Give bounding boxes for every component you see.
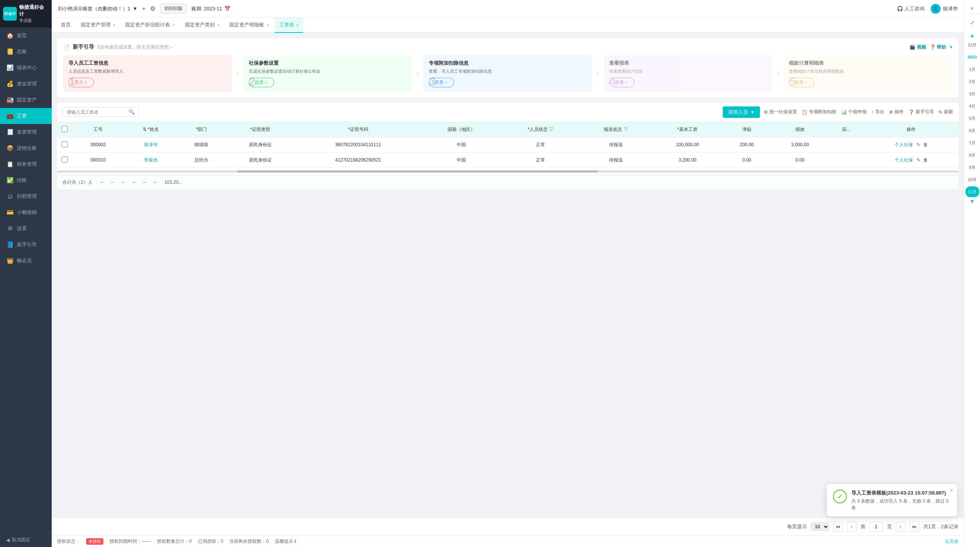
sidebar-item-tax[interactable]: 📋 税务管理 [0,156,52,172]
row2-delete-icon[interactable]: 🗑 [923,157,928,163]
sidebar-item-guide[interactable]: 📘 新手引导 [0,237,52,253]
per-page-select[interactable]: 10 20 50 [811,523,829,531]
tab-payroll[interactable]: 工资表 × [274,18,303,33]
toolbar-actions: ⚙ 统一社保设置 📋 专项附加扣除 📊 个税申报 ↑ 导出 [764,109,953,115]
tab-asset-detail-close[interactable]: × [266,23,269,27]
report-filter-icon[interactable]: ▽ [624,127,628,132]
row1-check[interactable] [62,141,68,147]
row1-edit-icon[interactable]: ✎ [916,142,920,147]
row2-check[interactable] [62,157,68,163]
account-settings-button[interactable]: ⚙ [150,5,155,12]
first-page-button[interactable]: ⏮ [833,522,843,532]
period-selector[interactable]: 账期 2023-11 📅 [191,5,230,12]
search-input[interactable] [67,109,126,115]
search-box[interactable]: 🔍 [62,107,139,117]
social-insurance-btn[interactable]: ⚙ 统一社保设置 [764,109,797,115]
tab-fixed-assets[interactable]: 固定资产管理 × [76,18,120,33]
step4-num: 4 [609,75,616,89]
horizontal-scrollbar[interactable] [57,170,959,173]
toast-success-icon: ✓ [833,490,847,503]
refresh-btn[interactable]: ↻ 刷新 [939,109,953,115]
row2-action-link[interactable]: 个人社保 [895,157,913,163]
month-jul[interactable]: 7月 [965,137,979,148]
guide-btn[interactable]: ❓ 新手引导 [908,109,934,115]
guide-close-btn[interactable]: × [950,44,952,50]
step2-desc: 完成社保参数设置自动计算社保公积金 [249,68,407,75]
sidebar-item-settlement[interactable]: ✅ 结账 [0,172,52,188]
summary-dash-4: -- [132,180,136,185]
export-btn[interactable]: ↑ 导出 [871,109,884,115]
guide-help-link[interactable]: ❓ 帮助 [930,44,946,51]
sidebar-item-ledger[interactable]: 📒 总账 [0,44,52,60]
row1-delete-icon[interactable]: 🗑 [923,142,928,147]
account-selector[interactable]: 刘小艳演示账套（勿删勿动！）1 ▼ [58,5,137,12]
tab-asset-detail[interactable]: 固定资产明细账 × [225,18,273,33]
row2-report-status: 待报送 [579,152,652,168]
unpin-button[interactable]: ◀ 取消固定 [0,532,52,547]
page-input[interactable] [869,522,883,532]
table-toolbar: 🔍 添加人员 ▼ ⚙ 统一社保设置 📋 专项附加扣除 [57,103,959,122]
month-aug[interactable]: 8月 [965,150,979,160]
switch-version-button[interactable]: 切到旧版 [160,4,187,13]
status-filter-icon[interactable]: ▽ [549,127,554,132]
tab-home[interactable]: 首页 [56,18,75,33]
add-person-button[interactable]: 添加人员 ▼ [723,106,760,118]
warning-icon[interactable]: ℹ [294,539,296,544]
nav-down-arrow[interactable]: ▼ [970,199,975,204]
sidebar-item-home[interactable]: 🏠 首页 [0,28,52,44]
sidebar-item-fixed-assets[interactable]: 🏭 固定资产 [0,92,52,108]
row2-edit-icon[interactable]: ✎ [916,157,920,163]
month-apr[interactable]: 4月 [965,101,979,111]
row2-dept: 总经办 [178,152,225,168]
panel-close-button[interactable]: × [964,3,980,14]
search-icon[interactable]: 🔍 [129,109,135,115]
topbar: 刘小艳演示账套（勿删勿动！）1 ▼ + ⚙ 切到旧版 账期 2023-11 📅 … [52,0,964,18]
month-jan[interactable]: 1月 [965,64,979,75]
prev-page-button[interactable]: ‹ [847,522,857,532]
avatar-icon: 👤 [933,6,938,11]
sidebar-item-member[interactable]: 👑 畅会员 [0,253,52,269]
next-page-button[interactable]: › [896,522,906,532]
tab-depreciation[interactable]: 固定资产折旧统计表 × [121,18,179,33]
sidebar-item-invoices[interactable]: 🧾 发票管理 [0,124,52,140]
user-menu[interactable]: 👤 徐泽华 [931,4,958,14]
recharge-button[interactable]: 去充值 [945,538,959,545]
month-mar[interactable]: 3月 [965,88,979,99]
month-nov[interactable]: 11月 [965,186,979,197]
year-2023[interactable]: 2023 [965,52,979,62]
sidebar-item-settings[interactable]: ⚙ 设置 [0,220,52,237]
check-all-checkbox[interactable] [62,126,68,132]
guide-video-link[interactable]: 🎬 视频 [910,44,926,51]
sidebar-item-reports[interactable]: 📊 报表中心 [0,60,52,76]
tab-asset-category[interactable]: 固定资产类别 × [180,18,224,33]
sidebar-item-funds[interactable]: 💰 资金管理 [0,76,52,92]
panel-maximize-button[interactable]: ⤢ [964,17,980,28]
tab-asset-category-close[interactable]: × [217,23,219,27]
row2-name[interactable]: 李俊杰 [124,152,178,168]
last-page-button[interactable]: ⏭ [910,522,920,532]
support-button[interactable]: 🎧 人工咨询 [897,5,924,12]
toast-close-button[interactable]: × [950,487,953,493]
month-jun[interactable]: 6月 [965,125,979,136]
add-account-button[interactable]: + [142,5,145,12]
operation-btn[interactable]: ⚙ 操作 [889,109,904,115]
month-may[interactable]: 5月 [965,113,979,124]
sidebar-item-expense[interactable]: 💳 小畅报销 [0,204,52,220]
tab-depreciation-close[interactable]: × [172,23,175,27]
month-sep[interactable]: 9月 [965,162,979,173]
col-performance: 绩效 [771,122,829,137]
sidebar-item-inventory[interactable]: 📦 进销台账 [0,140,52,156]
tax-report-btn[interactable]: 📊 个税申报 [841,109,867,115]
special-deduction-btn[interactable]: 📋 专项附加扣除 [802,109,836,115]
month-feb[interactable]: 2月 [965,76,979,87]
tab-fixed-assets-close[interactable]: × [113,23,115,27]
sidebar-item-payroll[interactable]: 💼 工资 [0,108,52,124]
tab-payroll-close[interactable]: × [296,23,299,27]
sidebar-item-archive[interactable]: 🗂 归档管理 [0,188,52,204]
row1-name[interactable]: 徐泽华 [124,137,178,152]
month-dec[interactable]: 12月 [965,39,979,50]
month-oct[interactable]: 10月 [965,174,979,185]
nav-up-arrow[interactable]: ▲ [970,33,975,38]
row1-action-link[interactable]: 个人社保 [895,142,913,147]
row1-app [829,137,864,152]
